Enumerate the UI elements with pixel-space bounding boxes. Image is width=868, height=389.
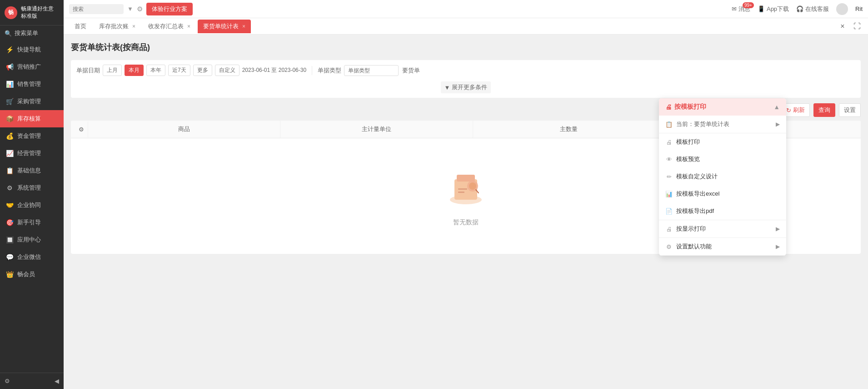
sidebar-item-finance[interactable]: 💰 资金管理 <box>0 127 64 145</box>
template-export-excel-icon: 📊 <box>665 190 673 197</box>
display-print-icon: 🖨 <box>665 225 673 232</box>
date-btn-custom[interactable]: 自定义 <box>215 65 239 76</box>
template-export-excel-label: 按模板导出excel <box>676 190 719 198</box>
online-service-item[interactable]: 🎧 在线客服 <box>796 5 829 13</box>
sidebar-item-enterprise-wechat[interactable]: 💬 企业微信 <box>0 248 64 266</box>
quick-nav-icon: ⚡ <box>5 45 14 54</box>
settings-btn[interactable]: 设置 <box>839 103 861 117</box>
date-btn-current-month[interactable]: 本月 <box>125 65 144 76</box>
sidebar-item-enterprise[interactable]: 🤝 企业协同 <box>0 197 64 214</box>
sidebar-item-label: 基础信息 <box>17 167 41 175</box>
expand-more-btn[interactable]: ▼ 展开更多条件 <box>441 81 491 93</box>
dropdown-item-set-default[interactable]: ⚙ 设置默认功能 ▶ <box>659 238 786 255</box>
refresh-icon: ↻ <box>786 107 791 114</box>
sidebar-item-basic-info[interactable]: 📋 基础信息 <box>0 162 64 179</box>
topbar-dropdown-icon[interactable]: ▼ <box>127 5 133 12</box>
logo-text: 畅康通好生意 <box>21 5 54 13</box>
sidebar-item-app-center[interactable]: 🔲 应用中心 <box>0 231 64 248</box>
basic-info-icon: 📋 <box>5 167 14 175</box>
app-download-icon: 📱 <box>758 5 765 12</box>
user-avatar[interactable] <box>836 3 848 15</box>
dropdown-item-template-preview[interactable]: 👁 模板预览 <box>659 151 786 168</box>
marketing-icon: 📢 <box>5 63 14 71</box>
dropdown-close-btn[interactable]: ▲ <box>773 103 780 111</box>
topbar-settings-icon[interactable]: ⚙ <box>137 5 143 13</box>
message-icon: ✉ <box>732 5 737 12</box>
sidebar-item-marketing[interactable]: 📢 营销推广 <box>0 58 64 76</box>
tab-inventory-batch[interactable]: 库存批次账 × <box>94 20 141 33</box>
query-btn[interactable]: 查询 <box>813 103 835 117</box>
dropdown-item-template-export-pdf[interactable]: 📄 按模板导出pdf <box>659 202 786 220</box>
message-icon-item[interactable]: ✉ 消息 99+ <box>732 5 750 13</box>
enterprise-wechat-icon: 💬 <box>5 253 14 261</box>
collapse-sidebar-icon[interactable]: ◀ <box>55 378 59 384</box>
table-settings-cell[interactable]: ⚙ <box>75 121 88 137</box>
sidebar-item-label: 新手引导 <box>17 218 41 227</box>
sidebar-item-label: 资金管理 <box>17 132 41 140</box>
table-col-qty: 主数量 <box>473 121 665 138</box>
sidebar-item-label: 库存核算 <box>17 115 41 123</box>
template-custom-icon: ✏ <box>665 173 673 180</box>
search-icon: 🔍 <box>5 30 12 37</box>
app-center-icon: 🔲 <box>5 236 14 244</box>
app-download-label: App下载 <box>767 5 789 13</box>
display-print-label: 按显示打印 <box>676 225 706 233</box>
settings-footer-icon[interactable]: ⚙ <box>5 378 10 384</box>
app-download-item[interactable]: 📱 App下载 <box>758 5 789 13</box>
sidebar-item-label: 营销推广 <box>17 63 41 71</box>
topbar-icons: ✉ 消息 99+ 📱 App下载 🎧 在线客服 Rit <box>732 3 863 15</box>
template-export-pdf-icon: 📄 <box>665 207 673 215</box>
page-content: 要货单统计表(按商品) 单据日期 上月 本月 本年 近7天 更多 自定义 202… <box>64 35 868 389</box>
tab-order-stats-close[interactable]: × <box>242 23 245 30</box>
sidebar-footer: ⚙ ◀ <box>0 373 64 389</box>
dropdown-section-set-default: ⚙ 设置默认功能 ▶ <box>659 238 786 256</box>
date-filter-label: 单据日期 <box>76 66 100 75</box>
dropdown-item-template-export-excel[interactable]: 📊 按模板导出excel <box>659 185 786 202</box>
inventory-icon: 📦 <box>5 115 14 123</box>
date-btn-prev-month[interactable]: 上月 <box>103 65 122 76</box>
sidebar-item-member[interactable]: 👑 畅会员 <box>0 266 64 283</box>
sidebar-item-operation[interactable]: 📈 经营管理 <box>0 145 64 162</box>
tab-order-stats[interactable]: 要货单统计表 × <box>198 20 251 33</box>
industry-btn[interactable]: 体验行业方案 <box>146 3 193 15</box>
dropdown-item-current-template[interactable]: 📋 当前：要货单统计表 ▶ <box>659 116 786 133</box>
topbar-search-input[interactable] <box>69 4 124 14</box>
sidebar-item-purchase[interactable]: 🛒 采购管理 <box>0 93 64 110</box>
sidebar-item-label: 采购管理 <box>17 97 41 106</box>
order-type-label: 单据类型 <box>318 66 341 75</box>
svg-rect-2 <box>457 175 475 182</box>
template-export-pdf-label: 按模板导出pdf <box>676 207 714 215</box>
sidebar-item-label: 企业微信 <box>17 253 41 261</box>
operation-icon: 📈 <box>5 149 14 157</box>
message-badge: 99+ <box>743 2 754 8</box>
dropdown-item-template-custom[interactable]: ✏ 模板自定义设计 <box>659 168 786 185</box>
date-btn-last-7-days[interactable]: 近7天 <box>168 65 190 76</box>
date-btn-more[interactable]: 更多 <box>193 65 212 76</box>
date-btn-current-year[interactable]: 本年 <box>146 65 165 76</box>
date-range-display: 2023-06-01 至 2023-06-30 <box>242 66 306 74</box>
sidebar-search[interactable]: 🔍 搜索菜单 <box>0 25 64 41</box>
tab-inventory-batch-close[interactable]: × <box>132 23 135 30</box>
tab-close-all-btn[interactable]: × <box>837 21 848 32</box>
set-default-icon: ⚙ <box>665 243 673 250</box>
dropdown-item-display-print[interactable]: 🖨 按显示打印 ▶ <box>659 220 786 237</box>
template-preview-label: 模板预览 <box>676 155 700 163</box>
sidebar-item-inventory[interactable]: 📦 库存核算 <box>0 110 64 127</box>
template-print-icon: 🖨 <box>665 138 673 146</box>
tab-receipt-summary[interactable]: 收发存汇总表 × <box>143 20 196 33</box>
set-default-label: 设置默认功能 <box>676 242 712 251</box>
sidebar-item-system[interactable]: ⚙ 系统管理 <box>0 179 64 197</box>
sidebar-item-quick-nav[interactable]: ⚡ 快捷导航 <box>0 41 64 58</box>
sidebar-item-label: 畅会员 <box>17 270 35 278</box>
dropdown-section-display-print: 🖨 按显示打印 ▶ <box>659 220 786 238</box>
sidebar-item-sales[interactable]: 📊 销售管理 <box>0 76 64 93</box>
tab-home[interactable]: 首页 <box>69 20 92 33</box>
display-print-arrow: ▶ <box>776 226 780 232</box>
dropdown-item-template-print[interactable]: 🖨 模板打印 <box>659 133 786 151</box>
order-type-select[interactable]: 单据类型 要货单 <box>344 65 399 76</box>
tab-expand-btn[interactable]: ⛶ <box>852 21 863 32</box>
table-col-goods: 商品 <box>88 121 280 138</box>
tab-receipt-summary-close[interactable]: × <box>187 23 190 30</box>
main-area: ▼ ⚙ 体验行业方案 ✉ 消息 99+ 📱 App下载 🎧 在线客服 Rit 首… <box>64 0 868 389</box>
sidebar-item-newbie[interactable]: 🎯 新手引导 <box>0 214 64 231</box>
